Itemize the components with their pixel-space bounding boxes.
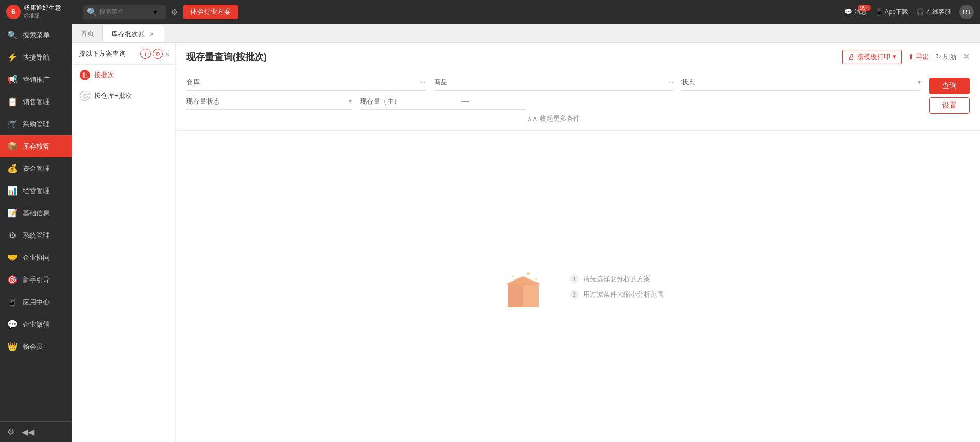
left-panel-header: 按以下方案查询 + ⚙ « (72, 43, 175, 65)
sidebar-bottom: ⚙ ◀◀ (0, 421, 72, 442)
collapse-filter-button[interactable]: ∧∧ 收起更多条件 (186, 110, 921, 123)
export-label: 导出 (916, 52, 929, 62)
sidebar-item-quicknav[interactable]: ⚡ 快捷导航 (0, 46, 72, 68)
sidebar-settings-button[interactable]: ⚙ (7, 427, 14, 437)
tip-item-1: 1 请先选择要分析的方案 (570, 274, 664, 284)
header-actions: 🖨 按模板打印 ▾ ⬆ 导出 ↻ 刷新 ✕ (842, 50, 970, 64)
sidebar-item-purchase[interactable]: 🛒 采购管理 (0, 113, 72, 135)
tab-home[interactable]: 首页 (72, 25, 102, 42)
phone-icon: 📱 (875, 8, 883, 16)
inventory-qty-from[interactable] (405, 98, 457, 106)
sidebar-item-marketing[interactable]: 📢 营销推广 (0, 68, 72, 91)
product-input[interactable] (452, 79, 669, 86)
online-service-btn[interactable]: 🎧 在线客服 (916, 8, 951, 17)
sidebar-label-quicknav: 快捷导航 (23, 53, 50, 62)
logo-icon: 6 (6, 5, 21, 19)
svg-marker-3 (523, 284, 539, 307)
close-panel-button[interactable]: ✕ (963, 52, 970, 62)
scheme-settings-button[interactable]: ⚙ (153, 49, 163, 59)
inventory-status-select[interactable] (224, 98, 349, 106)
svg-point-5 (535, 278, 537, 280)
svg-point-4 (527, 272, 530, 275)
operation-icon: 📊 (7, 186, 18, 196)
sidebar-item-basic[interactable]: 📝 基础信息 (0, 202, 72, 224)
status-arrow: ▾ (918, 79, 921, 86)
enterprise-icon: 🤝 (7, 253, 18, 262)
scheme-label-batch: 按批次 (94, 70, 114, 80)
sidebar-item-newguide[interactable]: 🎯 新手引导 (0, 269, 72, 291)
sidebar-item-search[interactable]: 🔍 搜索菜单 (0, 24, 72, 46)
app-download-label: App下载 (885, 8, 908, 17)
sidebar-label-enterprise: 企业协同 (23, 253, 50, 262)
basic-icon: 📝 (7, 208, 18, 218)
svg-marker-1 (505, 276, 541, 286)
sidebar-label-sales: 销售管理 (23, 97, 50, 107)
product-more-icon[interactable]: ··· (668, 79, 673, 86)
refresh-button[interactable]: ↻ 刷新 (936, 52, 957, 62)
inventory-status-label: 现存量状态 (186, 97, 220, 106)
top-search-box[interactable]: 🔍 ▾ (83, 5, 166, 19)
settings-icon-btn[interactable]: ⚙ (170, 6, 179, 18)
empty-svg (497, 261, 549, 313)
left-panel-title: 按以下方案查询 (79, 49, 126, 58)
sidebar-collapse-button[interactable]: ◀◀ (22, 427, 34, 437)
export-button[interactable]: ⬆ 导出 (908, 52, 929, 62)
sales-icon: 📋 (7, 97, 18, 107)
inventory-icon: 📦 (7, 141, 18, 151)
sidebar-item-wechat[interactable]: 💬 企业微信 (0, 313, 72, 335)
top-search-input[interactable] (99, 8, 151, 16)
sidebar-item-inventory[interactable]: 📦 库存核算 (0, 135, 72, 157)
messages-badge: 99+ (858, 5, 871, 11)
column-settings-button[interactable]: 设置 (929, 97, 970, 114)
main-layout: 🔍 搜索菜单 ⚡ 快捷导航 📢 营销推广 📋 销售管理 🛒 采购管理 📦 (0, 24, 980, 442)
sidebar-label-finance: 资金管理 (23, 164, 50, 173)
add-scheme-button[interactable]: + (140, 49, 151, 59)
product-filter: 商品 ··· (434, 78, 674, 91)
left-panel: 按以下方案查询 + ⚙ « 批 按批次 ◎ 按仓库+批次 (72, 43, 176, 442)
trial-button[interactable]: 体验行业方案 (183, 5, 238, 19)
sidebar-item-enterprise[interactable]: 🤝 企业协同 (0, 246, 72, 269)
sidebar-label-appcenter: 应用中心 (23, 298, 50, 307)
status-select[interactable] (699, 79, 918, 86)
collapse-left-panel-button[interactable]: « (165, 50, 169, 58)
marketing-icon: 📢 (7, 75, 18, 84)
sidebar-scroll: 🔍 搜索菜单 ⚡ 快捷导航 📢 营销推广 📋 销售管理 🛒 采购管理 📦 (0, 24, 72, 421)
filter-area: 仓库 ··· 商品 ··· 状态 (176, 70, 980, 131)
user-profile-btn[interactable]: Rit (959, 5, 974, 19)
avatar: Rit (959, 5, 974, 19)
member-icon: 👑 (7, 342, 18, 351)
sidebar-item-appcenter[interactable]: 📱 应用中心 (0, 291, 72, 313)
collapse-up-icon: ∧∧ (527, 115, 538, 123)
svg-marker-2 (508, 284, 523, 307)
sidebar-label-newguide: 新手引导 (23, 275, 50, 285)
warehouse-more-icon[interactable]: ··· (421, 79, 426, 86)
scheme-item-batch[interactable]: 批 按批次 (72, 65, 175, 85)
system-icon: ⚙ (7, 230, 18, 240)
app-name: 畅康通好生意 (24, 4, 61, 12)
tip-text-2: 用过滤条件来缩小分析范围 (583, 290, 664, 299)
sidebar-item-sales[interactable]: 📋 销售管理 (0, 91, 72, 113)
logo-area: 6 畅康通好生意 标准版 (6, 4, 79, 20)
inventory-qty-to[interactable] (473, 98, 526, 106)
status-filter: 状态 ▾ (681, 78, 921, 91)
sidebar-label-system: 系统管理 (23, 231, 50, 240)
empty-state: 1 请先选择要分析的方案 2 用过滤条件来缩小分析范围 (176, 131, 980, 442)
refresh-icon: ↻ (936, 53, 941, 61)
online-service-label: 在线客服 (926, 8, 951, 17)
messages-btn[interactable]: 💬 消息 99+ (844, 8, 867, 17)
tab-close-icon[interactable]: ✕ (148, 30, 155, 38)
sidebar-label-operation: 经营管理 (23, 186, 50, 196)
print-button[interactable]: 🖨 按模板打印 ▾ (842, 50, 902, 64)
sidebar-item-finance[interactable]: 💰 资金管理 (0, 157, 72, 180)
sidebar-item-member[interactable]: 👑 畅会员 (0, 335, 72, 358)
tip-item-2: 2 用过滤条件来缩小分析范围 (570, 290, 664, 299)
app-sub: 标准版 (24, 12, 61, 20)
scheme-item-warehouse-batch[interactable]: ◎ 按仓库+批次 (72, 85, 175, 106)
sidebar-item-system[interactable]: ⚙ 系统管理 (0, 224, 72, 246)
warehouse-input[interactable] (204, 79, 421, 86)
sidebar-item-operation[interactable]: 📊 经营管理 (0, 180, 72, 202)
app-download-btn[interactable]: 📱 App下载 (875, 8, 908, 17)
query-button[interactable]: 查询 (929, 78, 970, 94)
top-right: 💬 消息 99+ 📱 App下载 🎧 在线客服 Rit (844, 5, 974, 19)
tab-inventory-batch[interactable]: 库存批次账 ✕ (102, 25, 164, 42)
